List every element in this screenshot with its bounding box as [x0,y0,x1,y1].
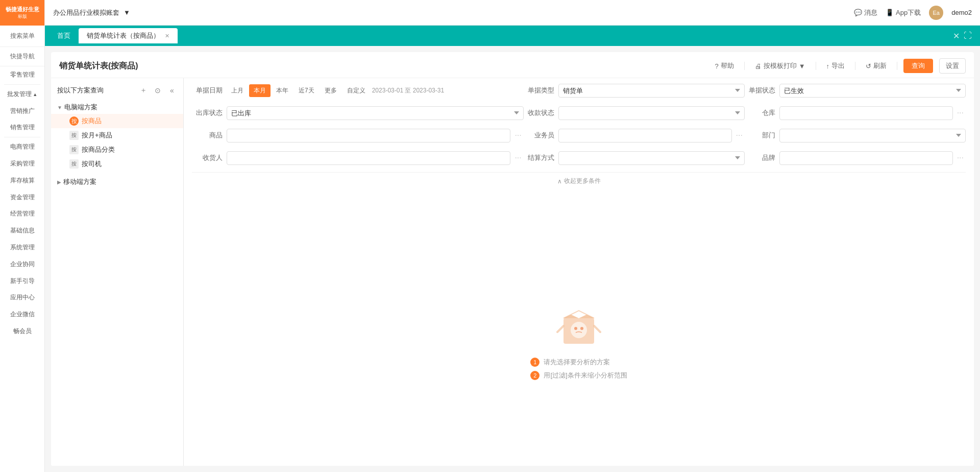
empty-hints: 1 请先选择要分析的方案 2 用[过滤]条件来缩小分析范围 [530,358,627,380]
sidebar-item-wholesale-label: 批发管理 [7,90,37,99]
filter-stock-out-item: 出库状态 已出库 [192,105,524,121]
filter-dept-select[interactable] [779,129,966,143]
filter-status-select[interactable]: 已生效 [779,84,966,98]
filter-receiver-control: ··· [227,151,524,165]
empty-state: 1 请先选择要分析的方案 2 用[过滤]条件来缩小分析范围 [184,194,974,466]
filter-status-item: 单据状态 已生效 [745,82,966,99]
filter-goods-dots-icon[interactable]: ··· [512,131,523,140]
scheme-settings-icon[interactable]: ⊙ [153,85,163,96]
filter-goods-control: ··· [227,129,524,143]
app-download-btn[interactable]: 📱 App下载 [886,8,921,17]
svg-line-5 [594,326,600,332]
svg-point-3 [580,327,583,330]
filter-row-1: 单据日期 上月 本月 本年 近7天 更多 自定义 [192,82,966,99]
tree-item-by-cashier[interactable]: 按 按司机 [51,157,183,171]
sidebar-item-system[interactable]: 系统管理 [0,239,44,256]
filter-type-select[interactable]: 销货单 [558,84,745,98]
filter-settle-item: 结算方式 [524,150,745,166]
collapse-bar[interactable]: ∧ 收起更多条件 [192,172,966,190]
filter-stock-out-label: 出库状态 [192,108,223,117]
app-label: App下载 [896,8,921,17]
sidebar-item-ops[interactable]: 经营管理 [0,205,44,222]
filter-brand-item: 品牌 ··· [745,150,966,166]
sidebar-item-sales[interactable]: 销售管理 [0,119,44,136]
help-icon: ? [715,62,718,70]
avatar: Ea [929,6,943,20]
filter-dept-label: 部门 [745,131,775,140]
filter-row-4: 收货人 ··· 结算方式 [192,150,966,166]
filter-staff-control: ··· [558,129,745,143]
sidebar-item-purchase[interactable]: 采购管理 [0,155,44,172]
filter-goods-input[interactable] [227,129,510,143]
sidebar-item-marketing[interactable]: 营销推广 [0,103,44,120]
filter-staff-dots-icon[interactable]: ··· [734,131,745,140]
window-maximize-icon[interactable]: ⛶ [964,31,972,40]
date-tab-custom[interactable]: 自定义 [342,84,370,97]
filter-goods-item: 商品 ··· [192,127,524,144]
date-tab-this-year[interactable]: 本年 [272,84,293,97]
filter-warehouse-dots-icon[interactable]: ··· [955,108,966,117]
sidebar-item-stock[interactable]: 库存核算 [0,172,44,189]
date-tab-last-month[interactable]: 上月 [227,84,248,97]
sidebar-item-member[interactable]: 畅会员 [0,323,44,340]
tab-home[interactable]: 首页 [49,28,79,43]
sidebar-item-guide[interactable]: 新手引导 [0,273,44,290]
filter-stock-out-select[interactable]: 已出库 [227,106,524,120]
page-actions: ? 帮助 🖨 按模板打印 ▼ ↑ 导出 [710,58,966,74]
help-label: 帮助 [721,61,734,70]
filter-section: 单据日期 上月 本月 本年 近7天 更多 自定义 [184,78,974,194]
tree-mobile-header[interactable]: ▶ 移动端方案 [51,175,183,188]
sidebar-item-wholesale[interactable]: 批发管理 [0,86,44,103]
message-btn[interactable]: 💬 消息 [854,8,877,17]
sidebar-item-basic[interactable]: 基础信息 [0,222,44,239]
refresh-btn[interactable]: ↺ 刷新 [862,59,891,73]
print-btn[interactable]: 🖨 按模板打印 ▼ [751,59,810,73]
tab-home-label: 首页 [57,31,70,40]
search-menu-label[interactable]: 搜索菜单 [3,30,41,42]
quick-nav-label[interactable]: 快捷导航 [0,49,44,64]
filter-receipt-select[interactable] [558,106,745,120]
tab-sales-stat[interactable]: 销货单统计表（按商品） ✕ [79,28,178,43]
body-area: 按以下方案查询 ＋ ⊙ « ▼ 电脑端方案 [51,78,974,466]
sidebar-item-finance[interactable]: 资金管理 [0,189,44,206]
breadcrumb: 办公用品行业模拟账套 ▼ [53,8,130,17]
scheme-add-icon[interactable]: ＋ [138,85,149,96]
tree-item-by-month-goods[interactable]: 按 按月+商品 [51,128,183,143]
filter-brand-input[interactable] [779,151,953,165]
tree-item-by-goods-icon: 按 [69,116,79,126]
filter-receiver-input[interactable] [227,151,510,165]
sidebar-item-collab[interactable]: 企业协同 [0,256,44,273]
query-label: 查询 [912,61,925,70]
sidebar-item-wechat[interactable]: 企业微信 [0,306,44,323]
date-tab-this-month[interactable]: 本月 [249,84,271,97]
logo: 畅捷通好生意 标版 [0,0,44,26]
app-icon: 📱 [886,9,894,16]
filter-brand-dots-icon[interactable]: ··· [955,153,966,162]
window-close-icon[interactable]: ✕ [953,31,960,41]
hint-num-1: 1 [530,358,540,367]
date-range-text: 2023-03-01 至 2023-03-31 [372,86,444,95]
sidebar-item-retail[interactable]: 零售管理 [0,66,44,83]
header-right: 💬 消息 📱 App下载 Ea demo2 [854,6,972,20]
filter-status-control: 已生效 [779,84,966,98]
settings-btn[interactable]: 设置 [939,58,966,74]
date-tab-more[interactable]: 更多 [320,84,341,97]
tree-desktop-label: 电脑端方案 [64,103,97,112]
date-tab-7days[interactable]: 近7天 [294,84,319,97]
filter-warehouse-input[interactable] [779,106,953,120]
filter-staff-input[interactable] [558,129,732,143]
filter-settle-select[interactable] [558,151,745,165]
filter-receiver-dots-icon[interactable]: ··· [512,153,523,162]
tree-item-by-goods-cat[interactable]: 按 按商品分类 [51,143,183,157]
tab-close-icon[interactable]: ✕ [165,33,169,39]
scheme-collapse-icon[interactable]: « [167,85,177,96]
sidebar-item-ecom-label: 电商管理 [10,143,35,151]
filter-warehouse-control: ··· [779,106,966,120]
query-btn[interactable]: 查询 [903,59,933,73]
tree-desktop-header[interactable]: ▼ 电脑端方案 [51,101,183,114]
help-btn[interactable]: ? 帮助 [710,59,738,73]
export-btn[interactable]: ↑ 导出 [822,59,849,73]
sidebar-item-apps[interactable]: 应用中心 [0,289,44,306]
tree-item-by-goods[interactable]: 按 按商品 [51,114,183,128]
sidebar-item-ecom[interactable]: 电商管理 [0,138,44,155]
